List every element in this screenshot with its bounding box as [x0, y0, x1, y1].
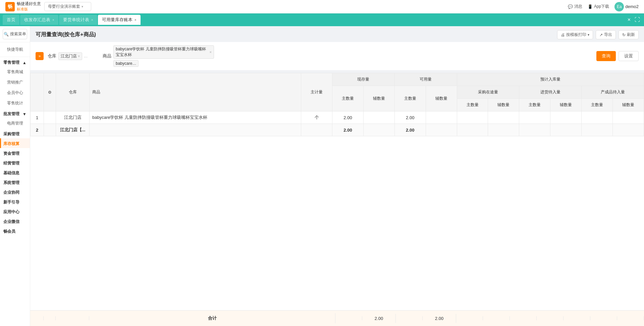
- sidebar-item-retail-stats[interactable]: 零售统计: [0, 98, 30, 108]
- cell-avail-main-qty: 2.00: [394, 124, 426, 136]
- sidebar-item-members[interactable]: 会员中心: [0, 88, 30, 98]
- footer-cell-a-waiting-aux: [564, 316, 590, 320]
- sidebar-item-marketing[interactable]: 营销推广: [0, 77, 30, 88]
- footer-cell-label: 合计: [89, 313, 335, 323]
- footer-cell-prod-waiting-aux: [617, 316, 644, 320]
- sidebar-item-quick-nav[interactable]: 快捷导航: [0, 44, 30, 55]
- sidebar-section-inventory-header[interactable]: 库存核算: [0, 138, 30, 148]
- sidebar-section-retail-header[interactable]: 零售管理 ▲: [0, 57, 30, 67]
- close-icon[interactable]: ×: [135, 18, 137, 22]
- sidebar-section-system-header[interactable]: 系统管理: [0, 177, 30, 187]
- enterprise-label: 企业协同: [3, 190, 19, 195]
- table-container[interactable]: ⚙ 仓库 商品 主计量 现存量 可用量 预计入库量 主数量 辅数量 主数量 辅数…: [30, 73, 644, 310]
- footer-cell-p-transit-aux: [510, 316, 537, 320]
- settings-button[interactable]: 设置: [619, 51, 639, 61]
- sidebar-section-enterprise-header[interactable]: 企业协同: [0, 187, 30, 197]
- basic-label: 基础信息: [3, 170, 19, 176]
- user-profile[interactable]: Ea demo2: [614, 2, 639, 11]
- cell-warehouse: 江北门店【...: [56, 124, 90, 136]
- cell-main-unit: [301, 124, 332, 136]
- footer-cell-avail-aux-qty: [456, 316, 483, 320]
- chevron-down-icon: ▼: [22, 112, 26, 117]
- filter-expand-button[interactable]: »: [36, 52, 44, 60]
- data-table: ⚙ 仓库 商品 主计量 现存量 可用量 预计入库量 主数量 辅数量 主数量 辅数…: [30, 73, 644, 136]
- close-icon[interactable]: ×: [78, 54, 80, 58]
- cell-stock-aux-qty: [363, 111, 394, 124]
- message-button[interactable]: 💬 消息: [568, 4, 582, 9]
- top-bar-left: 畅 畅捷通好生意 标准版 母婴行业演示账套 ▾: [5, 1, 91, 12]
- warehouse-filter-tags: 江北门店 × …: [58, 52, 99, 60]
- tab-order-stats[interactable]: 要货单统计表 ×: [59, 15, 97, 25]
- th-a-waiting-main: 主数量: [519, 99, 550, 111]
- tab-bar: 首页 收发存汇总表 × 要货单统计表 × 可用量库存账本 × × ⛶: [0, 13, 644, 26]
- footer-cell-settings: [44, 316, 56, 320]
- cell-p-transit-main: [457, 124, 488, 136]
- sidebar-section-guide-header[interactable]: 新手引导: [0, 197, 30, 206]
- page-actions: 🖨 按模板打印 ▾ ↗ 导出 ↻ 刷新: [557, 30, 639, 39]
- expand-icon: »: [39, 54, 41, 58]
- sidebar-section-wechat-header[interactable]: 企业微信: [0, 216, 30, 226]
- th-avail-aux-qty: 辅数量: [426, 86, 457, 111]
- th-forecast-group: 预计入库量: [457, 73, 644, 86]
- cell-a-waiting-main: [519, 124, 550, 136]
- app-download-button[interactable]: 📱 App下载: [588, 4, 609, 9]
- sidebar-section-member-header[interactable]: 畅会员: [0, 226, 30, 236]
- sidebar-section-operations-header[interactable]: 经营管理: [0, 158, 30, 168]
- th-settings[interactable]: ⚙: [44, 73, 56, 111]
- sidebar-section-enterprise: 企业协同: [0, 187, 30, 197]
- sidebar-item-ecommerce[interactable]: 电商管理: [0, 118, 30, 129]
- page-header: 可用量查询(按仓库+商品) 🖨 按模板打印 ▾ ↗ 导出 ↻ 刷新: [30, 26, 644, 42]
- cell-a-waiting-main: [519, 111, 550, 124]
- print-template-button[interactable]: 🖨 按模板打印 ▾: [557, 30, 593, 39]
- sidebar-section-appstore-header[interactable]: 应用中心: [0, 206, 30, 216]
- top-bar-right: 💬 消息 📱 App下载 Ea demo2: [568, 2, 639, 11]
- cell-prod-waiting-aux: [613, 124, 644, 136]
- app-download-label: App下载: [594, 4, 609, 9]
- wholesale-label: 批发管理: [3, 111, 19, 117]
- sidebar-section-purchase-header[interactable]: 采购管理: [0, 129, 30, 138]
- cell-avail-aux-qty: [426, 124, 457, 136]
- sidebar-section-wechat: 企业微信: [0, 216, 30, 226]
- cell-seq: 1: [31, 111, 44, 124]
- sidebar-section-purchase: 采购管理: [0, 129, 30, 138]
- footer-cell-prod-waiting-main: [590, 316, 617, 320]
- close-icon[interactable]: ×: [210, 50, 212, 54]
- search-menu-label: 搜索菜单: [10, 31, 26, 37]
- avatar: Ea: [614, 2, 624, 11]
- export-label: 导出: [604, 32, 612, 38]
- product-filter-label: 商品: [103, 53, 111, 59]
- warehouse-filter-group: 仓库 江北门店 × …: [48, 52, 99, 60]
- th-avail-main-qty: 主数量: [394, 86, 426, 111]
- industry-selector[interactable]: 母婴行业演示账套 ▾: [44, 2, 91, 11]
- search-menu-button[interactable]: 🔍 搜索菜单: [3, 29, 27, 39]
- th-available-group: 可用量: [394, 73, 457, 86]
- tab-receive-summary[interactable]: 收发存汇总表 ×: [20, 15, 58, 25]
- mobile-icon: 📱: [588, 4, 593, 9]
- maximize-button[interactable]: ⛶: [633, 15, 641, 24]
- sidebar: 🔍 搜索菜单 快捷导航 零售管理 ▲ 零售商城 营销推广 会员中心 零售统计 批…: [0, 26, 30, 326]
- search-icon: 🔍: [4, 32, 9, 37]
- th-stock-main-qty: 主数量: [332, 86, 364, 111]
- sidebar-section-finance-header[interactable]: 资金管理: [0, 148, 30, 158]
- footer-cell-stock-main-qty: 2.00: [362, 314, 396, 323]
- cell-seq: 2: [31, 124, 44, 136]
- table-body: 1 江北门店 babycare学饮杯 儿童防摔防撞吸管杯重力球吸嘴杯宝宝水杯 个…: [31, 111, 644, 136]
- tab-bar-right: × ⛶: [626, 15, 641, 24]
- sidebar-item-retail-shop[interactable]: 零售商城: [0, 67, 30, 77]
- tab-available-stock[interactable]: 可用量库存账本 ×: [98, 15, 141, 25]
- main-layout: 🔍 搜索菜单 快捷导航 零售管理 ▲ 零售商城 营销推广 会员中心 零售统计 批…: [0, 26, 644, 326]
- export-button[interactable]: ↗ 导出: [596, 30, 616, 39]
- tab-home[interactable]: 首页: [3, 15, 19, 25]
- sidebar-section-basic-header[interactable]: 基础信息: [0, 168, 30, 177]
- th-arrival-waiting-group: 进货待入量: [519, 86, 582, 99]
- close-all-tabs-button[interactable]: ×: [626, 15, 632, 24]
- close-icon[interactable]: ×: [91, 18, 93, 22]
- filter-more-button[interactable]: …: [84, 54, 88, 58]
- th-stock-aux-qty: 辅数量: [363, 86, 394, 111]
- product-filter-tags: babycare学饮杯 儿童防摔防撞吸管杯重力球吸嘴杯宝宝水杯 × babyca…: [113, 45, 214, 67]
- close-icon[interactable]: ×: [52, 18, 54, 22]
- refresh-button[interactable]: ↻ 刷新: [619, 30, 639, 39]
- query-button[interactable]: 查询: [596, 51, 616, 61]
- sidebar-section-wholesale-header[interactable]: 批发管理 ▼: [0, 108, 30, 118]
- cell-prod-waiting-aux: [613, 111, 644, 124]
